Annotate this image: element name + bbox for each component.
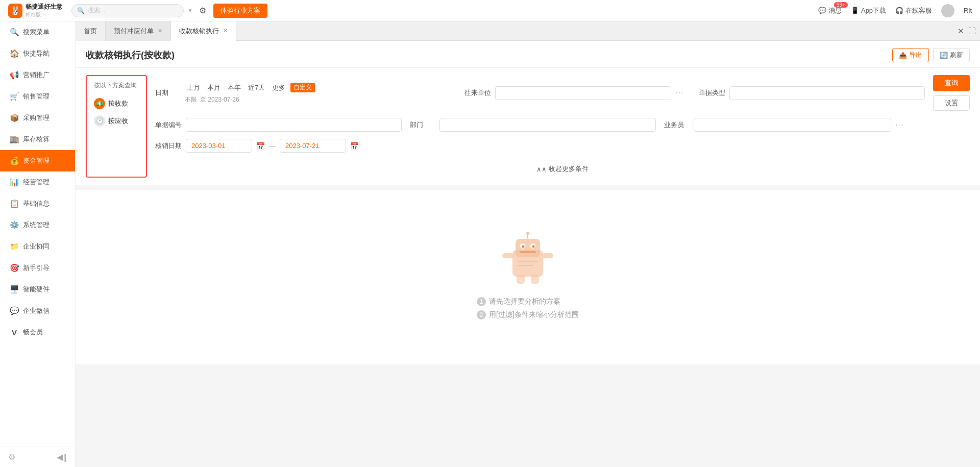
sidebar-gear-icon[interactable]: ⚙ bbox=[8, 452, 15, 462]
sidebar-item-guide[interactable]: 🎯 新手引导 bbox=[0, 257, 75, 279]
sidebar-item-sales[interactable]: 🛒 销售管理 bbox=[0, 86, 75, 107]
hardware-icon: 🖥️ bbox=[10, 285, 19, 294]
refresh-button[interactable]: 🔄 刷新 bbox=[933, 48, 970, 62]
sidebar-item-wechat[interactable]: 💬 企业微信 bbox=[0, 300, 75, 322]
docno-label: 单据编号 bbox=[155, 120, 182, 130]
message-badge: 99+ bbox=[834, 2, 848, 8]
filter-staff-group: 业务员 ··· bbox=[664, 118, 911, 132]
sidebar-item-system[interactable]: ⚙️ 系统管理 bbox=[0, 214, 75, 236]
sidebar-item-search[interactable]: 🔍 搜索菜单 bbox=[0, 21, 75, 43]
tab-home[interactable]: 首页 bbox=[76, 21, 106, 41]
search-bar[interactable]: 🔍 搜索... bbox=[71, 4, 184, 17]
verifydate-start-calendar-icon[interactable]: 📅 bbox=[256, 142, 265, 150]
headset-icon: 🎧 bbox=[895, 7, 903, 14]
doctype-label: 单据类型 bbox=[699, 88, 725, 97]
tab-prepay-close-icon[interactable]: ✕ bbox=[158, 28, 162, 34]
sidebar-item-enterprise[interactable]: 📁 企业协同 bbox=[0, 236, 75, 257]
query-actions: 查询 设置 bbox=[933, 75, 970, 111]
message-button[interactable]: 💬 消息 99+ bbox=[818, 6, 842, 15]
svg-rect-6 bbox=[520, 251, 536, 253]
query-button[interactable]: 查询 bbox=[933, 75, 970, 91]
date-shortcuts: 上月 本月 本年 近7天 更多 自定义 bbox=[185, 82, 315, 93]
counterparty-label: 往来单位 bbox=[464, 88, 491, 97]
svg-point-5 bbox=[532, 245, 535, 248]
top-bar: 🐰 畅捷通好生意 标准版 🔍 搜索... ▾ ⚙ 体验行业方案 💬 消息 99+… bbox=[0, 0, 980, 21]
avatar[interactable] bbox=[941, 4, 954, 17]
sidebar-item-marketing[interactable]: 📢 营销推广 bbox=[0, 64, 75, 86]
export-button[interactable]: 📤 导出 bbox=[892, 48, 929, 62]
filter-row-3: 核销日期 📅 — 📅 bbox=[155, 139, 970, 153]
date-shortcut-more[interactable]: 更多 bbox=[270, 82, 287, 93]
filter-scheme-title: 按以下方案查询 bbox=[94, 81, 139, 90]
top-bar-right: 💬 消息 99+ 📱 App下载 🎧 在线客服 Rit bbox=[818, 4, 972, 17]
tab-prepay[interactable]: 预付冲应付单 ✕ bbox=[106, 21, 171, 41]
date-shortcut-7days[interactable]: 近7天 bbox=[246, 82, 267, 93]
user-name[interactable]: Rit bbox=[964, 7, 972, 14]
sidebar-collapse-icon[interactable]: ◀‖ bbox=[57, 452, 67, 462]
date-shortcut-thisyear[interactable]: 本年 bbox=[226, 82, 243, 93]
collapse-more-button[interactable]: ∧∧ 收起更多条件 bbox=[165, 160, 960, 178]
member-icon: V bbox=[10, 328, 19, 337]
search-dropdown-icon[interactable]: ▾ bbox=[189, 7, 192, 14]
counterparty-more-icon[interactable]: ··· bbox=[675, 88, 691, 97]
date-separator: — bbox=[269, 142, 276, 150]
online-service-button[interactable]: 🎧 在线客服 bbox=[895, 6, 932, 15]
sidebar-item-finance[interactable]: 💰 资金管理 bbox=[0, 150, 75, 171]
sidebar-item-purchase[interactable]: 📦 采购管理 bbox=[0, 107, 75, 129]
page-title: 收款核销执行(按收款) bbox=[86, 49, 175, 61]
tab-close-all-icon[interactable]: ✕ bbox=[958, 27, 964, 36]
empty-illustration bbox=[497, 231, 558, 287]
filter-docno-group: 单据编号 bbox=[155, 118, 402, 132]
receivable-icon: 🕐 bbox=[94, 115, 105, 127]
date-custom-badge[interactable]: 自定义 bbox=[290, 83, 315, 92]
docno-input[interactable] bbox=[186, 118, 402, 132]
filter-option-by-receipt[interactable]: 💵 按收款 bbox=[94, 98, 139, 109]
basic-info-icon: 📋 bbox=[10, 199, 19, 208]
staff-more-icon[interactable]: ··· bbox=[895, 120, 911, 130]
staff-input[interactable] bbox=[694, 118, 891, 132]
verifydate-end-calendar-icon[interactable]: 📅 bbox=[350, 142, 359, 150]
verifydate-end-input[interactable] bbox=[280, 139, 346, 153]
filter-counterparty-group: 往来单位 ··· bbox=[464, 86, 691, 100]
app-download-icon: 📱 bbox=[851, 7, 859, 14]
svg-point-8 bbox=[526, 232, 529, 235]
sales-icon: 🛒 bbox=[10, 92, 19, 101]
filter-option-by-receivable[interactable]: 🕐 按应收 bbox=[94, 115, 139, 127]
filter-row-1: 日期 上月 本月 本年 近7天 更多 自定义 bbox=[155, 75, 970, 111]
date-label: 日期 bbox=[155, 88, 181, 97]
sidebar-item-hardware[interactable]: 🖥️ 智能硬件 bbox=[0, 279, 75, 300]
hint-num-2: 2 bbox=[477, 310, 486, 319]
home-icon: 🏠 bbox=[10, 49, 19, 58]
sidebar-item-inventory[interactable]: 🏬 库存核算 bbox=[0, 129, 75, 150]
industry-solution-button[interactable]: 体验行业方案 bbox=[213, 4, 267, 18]
finance-icon: 💰 bbox=[10, 156, 19, 165]
staff-label: 业务员 bbox=[664, 120, 690, 130]
main-content: 首页 预付冲应付单 ✕ 收款核销执行 ✕ ✕ ⛶ 收款核销执行(按收款) 📤 bbox=[76, 21, 980, 467]
page-title-row: 收款核销执行(按收款) 📤 导出 🔄 刷新 bbox=[86, 48, 970, 67]
tab-expand-icon[interactable]: ⛶ bbox=[968, 27, 976, 35]
settings-icon[interactable]: ⚙ bbox=[197, 4, 208, 17]
app-download-button[interactable]: 📱 App下载 bbox=[851, 6, 886, 15]
empty-hints: 1 请先选择要分析的方案 2 用[过滤]条件来缩小分析范围 bbox=[477, 297, 579, 324]
sidebar-bottom: ⚙ ◀‖ bbox=[0, 447, 75, 467]
filter-row-2: 单据编号 部门 业务员 bbox=[155, 118, 970, 132]
verifydate-start-input[interactable] bbox=[186, 139, 252, 153]
tab-bar: 首页 预付冲应付单 ✕ 收款核销执行 ✕ ✕ ⛶ bbox=[76, 21, 980, 41]
settings-button[interactable]: 设置 bbox=[933, 95, 970, 111]
sidebar-item-quicknav[interactable]: 🏠 快捷导航 bbox=[0, 43, 75, 64]
sidebar: 🔍 搜索菜单 🏠 快捷导航 📢 营销推广 🛒 销售管理 📦 采购管理 🏬 库存核… bbox=[0, 21, 76, 467]
sidebar-item-member[interactable]: V 畅会员 bbox=[0, 322, 75, 343]
tab-writeoff-close-icon[interactable]: ✕ bbox=[223, 28, 228, 34]
wechat-icon: 💬 bbox=[10, 306, 19, 315]
tab-writeoff[interactable]: 收款核销执行 ✕ bbox=[171, 21, 236, 41]
empty-hint-2: 2 用[过滤]条件来缩小分析范围 bbox=[477, 310, 579, 319]
logo-icon: 🐰 bbox=[8, 4, 22, 18]
dept-select[interactable] bbox=[439, 118, 656, 132]
sidebar-item-operation[interactable]: 📊 经营管理 bbox=[0, 171, 75, 193]
date-shortcut-thismonth[interactable]: 本月 bbox=[205, 82, 223, 93]
app-logo: 🐰 畅捷通好生意 标准版 bbox=[8, 3, 62, 18]
date-shortcut-lastmonth[interactable]: 上月 bbox=[185, 82, 202, 93]
doctype-select[interactable] bbox=[729, 86, 925, 100]
counterparty-input[interactable] bbox=[495, 86, 671, 100]
sidebar-item-basic-info[interactable]: 📋 基础信息 bbox=[0, 193, 75, 214]
